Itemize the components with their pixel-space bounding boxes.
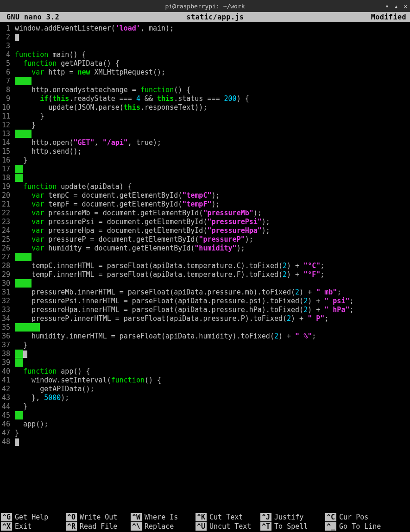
code-line[interactable] xyxy=(15,438,410,446)
line-number: 44 xyxy=(1,402,10,411)
line-number: 12 xyxy=(1,121,10,130)
code-line[interactable] xyxy=(15,130,410,138)
code-line[interactable]: var http = new XMLHttpRequest(); xyxy=(15,68,410,77)
nano-help-bar: ^GGet Help^OWrite Out^WWhere Is^KCut Tex… xyxy=(0,512,410,532)
code-line[interactable]: var pressurePsi = document.getElementByI… xyxy=(15,218,410,226)
code-token xyxy=(15,130,32,138)
code-line[interactable]: } xyxy=(15,112,410,121)
code-line[interactable]: var tempC = document.getElementById("tem… xyxy=(15,191,410,200)
code-line[interactable]: var pressureP = document.getElementById(… xyxy=(15,235,410,244)
minimize-icon[interactable]: ▾ xyxy=(385,3,389,10)
code-line[interactable]: http.open("GET", "/api", true); xyxy=(15,138,410,147)
code-token: new xyxy=(77,68,90,76)
code-token: && xyxy=(140,94,157,103)
code-line[interactable]: } xyxy=(15,121,410,130)
code-line[interactable]: } xyxy=(15,429,410,438)
close-icon[interactable]: ✕ xyxy=(404,3,407,10)
code-line[interactable]: tempF.innerHTML = parseFloat(apiData.tem… xyxy=(15,270,410,279)
code-token: function xyxy=(23,182,57,191)
code-line[interactable] xyxy=(15,279,410,288)
code-line[interactable]: pressureMb.innerHTML = parseFloat(apiDat… xyxy=(15,288,410,297)
hotkey: ^_ xyxy=(325,522,336,531)
code-line[interactable]: http.send(); xyxy=(15,147,410,156)
help-item[interactable]: ^JJustify xyxy=(260,513,325,521)
help-item[interactable]: ^WWhere Is xyxy=(131,513,196,521)
code-line[interactable]: pressureHpa.innerHTML = parseFloat(apiDa… xyxy=(15,306,410,314)
help-label: Get Help xyxy=(15,513,48,521)
code-line[interactable] xyxy=(15,323,410,332)
code-line[interactable]: pressurePsi.innerHTML = parseFloat(apiDa… xyxy=(15,297,410,306)
code-line[interactable] xyxy=(15,42,410,50)
help-label: Go To Line xyxy=(339,522,381,531)
code-token: 5000 xyxy=(44,394,61,402)
code-token: }, xyxy=(15,394,44,402)
help-item[interactable]: ^TTo Spell xyxy=(260,522,325,531)
code-line[interactable]: pressureP.innerHTML = parseFloat(apiData… xyxy=(15,314,410,323)
code-line[interactable]: http.onreadystatechange = function() { xyxy=(15,86,410,94)
help-item[interactable]: ^_Go To Line xyxy=(325,522,390,531)
line-number: 43 xyxy=(1,394,10,402)
maximize-icon[interactable]: ▴ xyxy=(394,3,398,10)
code-line[interactable]: function getAPIData() { xyxy=(15,59,410,68)
code-token xyxy=(15,218,32,226)
help-item[interactable]: ^GGet Help xyxy=(1,513,66,521)
code-token xyxy=(15,200,32,208)
code-line[interactable]: function app() { xyxy=(15,367,410,376)
line-number: 22 xyxy=(1,209,10,218)
code-token xyxy=(15,279,32,288)
code-token: this xyxy=(124,103,140,112)
code-line[interactable]: var humidity = document.getElementById("… xyxy=(15,244,410,253)
help-item[interactable]: ^XExit xyxy=(1,522,66,531)
code-line[interactable]: window.addEventListener('load', main); xyxy=(15,24,410,33)
code-line[interactable]: var pressureHpa = document.getElementByI… xyxy=(15,226,410,235)
code-line[interactable]: } xyxy=(15,156,410,165)
code-token: ; xyxy=(312,332,316,340)
code-line[interactable]: } xyxy=(15,402,410,411)
code-line[interactable] xyxy=(15,411,410,420)
code-line[interactable] xyxy=(15,33,410,42)
code-line[interactable] xyxy=(15,77,410,86)
code-token: pressurePsi = document.getElementById( xyxy=(44,218,207,226)
code-token: ; xyxy=(320,270,324,279)
code-line[interactable]: function main() { xyxy=(15,50,410,59)
code-token: "pressureP" xyxy=(199,235,245,244)
code-line[interactable]: app(); xyxy=(15,420,410,429)
line-number: 17 xyxy=(1,165,10,174)
code-line[interactable]: if(this.readyState === 4 && this.status … xyxy=(15,94,410,103)
code-line[interactable] xyxy=(15,358,410,367)
code-line[interactable]: var pressureMb = document.getElementById… xyxy=(15,209,410,218)
code-content[interactable]: window.addEventListener('load', main); f… xyxy=(12,22,410,512)
code-token xyxy=(15,68,32,76)
editor-area[interactable]: 1234567891011121314151617181920212223242… xyxy=(0,22,410,512)
code-line[interactable] xyxy=(15,174,410,182)
code-line[interactable]: window.setInterval(function() { xyxy=(15,376,410,385)
code-line[interactable]: function update(apiData) { xyxy=(15,182,410,191)
help-item[interactable]: ^OWrite Out xyxy=(66,513,131,521)
help-item[interactable]: ^UUncut Text xyxy=(196,522,260,531)
code-line[interactable] xyxy=(15,350,410,358)
code-line[interactable]: update(JSON.parse(this.responseText)); xyxy=(15,103,410,112)
help-item[interactable]: ^RRead File xyxy=(66,522,131,531)
line-number-gutter: 1234567891011121314151617181920212223242… xyxy=(0,22,12,512)
help-label: Cut Text xyxy=(209,513,243,521)
code-token: var xyxy=(32,226,44,235)
line-number: 32 xyxy=(1,297,10,306)
code-line[interactable]: }, 5000); xyxy=(15,394,410,402)
code-line[interactable] xyxy=(15,165,410,174)
code-token: "humidity" xyxy=(195,244,236,252)
code-line[interactable]: humidity.innerHTML = parseFloat(apiData.… xyxy=(15,332,410,341)
code-token: } xyxy=(15,341,27,349)
code-token xyxy=(15,367,23,376)
code-line[interactable]: getAPIData(); xyxy=(15,385,410,394)
code-token: tempF = document.getElementById( xyxy=(44,200,182,208)
help-item[interactable]: ^CCur Pos xyxy=(325,513,390,521)
code-token: .readyState === xyxy=(69,94,136,103)
code-token: main() { xyxy=(48,50,86,59)
code-line[interactable] xyxy=(15,253,410,262)
help-item[interactable]: ^KCut Text xyxy=(196,513,260,521)
code-line[interactable]: var tempF = document.getElementById("tem… xyxy=(15,200,410,209)
code-line[interactable]: tempC.innerHTML = parseFloat(apiData.tem… xyxy=(15,262,410,270)
code-line[interactable]: } xyxy=(15,341,410,350)
text-cursor xyxy=(15,438,19,446)
help-item[interactable]: ^\Replace xyxy=(131,522,196,531)
